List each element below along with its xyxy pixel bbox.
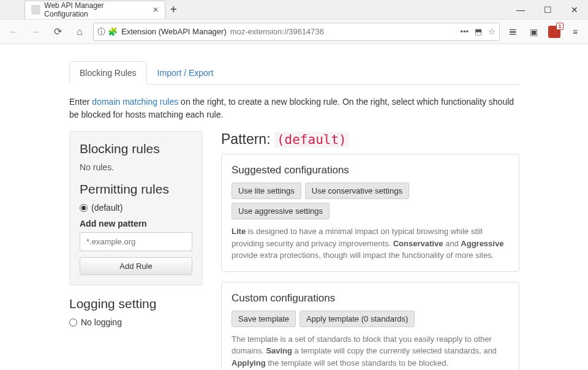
extension-label: Extension (WebAPI Manager) [121, 27, 227, 36]
back-button[interactable]: ← [5, 23, 22, 40]
tab-close-icon[interactable]: ✕ [153, 6, 159, 14]
extension-icon: 🧩 [108, 27, 118, 36]
tab-title: Web API Manager Configuration [44, 1, 145, 18]
radio-on-icon [80, 204, 88, 212]
logging-heading: Logging setting [69, 296, 203, 311]
intro-text: Enter domain matching rules on the right… [69, 96, 519, 121]
add-pattern-label: Add new pattern [80, 219, 192, 228]
no-logging-label: No logging [81, 317, 122, 327]
bookmark-star-icon[interactable]: ☆ [488, 27, 496, 36]
custom-description: The template is a set of standards to bl… [232, 333, 509, 369]
url-bar[interactable]: ⓘ 🧩 Extension (WebAPI Manager) moz-exten… [93, 23, 500, 41]
forward-button[interactable]: → [27, 23, 44, 40]
pattern-value: (default) [274, 132, 349, 148]
add-rule-button[interactable]: Add Rule [80, 257, 192, 275]
library-icon[interactable]: 𝌆 [505, 24, 521, 40]
tab-favicon [31, 5, 40, 15]
sidebar-icon[interactable]: ▣ [526, 24, 541, 40]
custom-config-card: Custom configurations Save template Appl… [221, 282, 519, 371]
page-actions-icon[interactable]: ••• [460, 27, 469, 36]
tab-import-export[interactable]: Import / Export [147, 61, 224, 85]
new-tab-button[interactable]: + [170, 3, 177, 16]
pattern-heading: Pattern: (default) [221, 131, 519, 148]
pattern-input[interactable] [80, 232, 192, 251]
use-lite-button[interactable]: Use lite settings [232, 183, 301, 199]
radio-off-icon [69, 319, 77, 327]
window-close-button[interactable]: ✕ [561, 1, 588, 19]
permitting-rules-heading: Permitting rules [80, 182, 192, 197]
home-button[interactable]: ⌂ [71, 23, 88, 40]
maximize-button[interactable]: ☐ [534, 1, 561, 19]
site-info-icon[interactable]: ⓘ [97, 26, 105, 37]
tab-blocking-rules[interactable]: Blocking Rules [69, 61, 147, 85]
no-logging-option[interactable]: No logging [69, 317, 203, 327]
content-area: Blocking Rules Import / Export Enter dom… [0, 44, 588, 370]
pocket-icon[interactable]: ⬒ [475, 27, 482, 36]
blocking-rules-heading: Blocking rules [80, 142, 192, 156]
custom-title: Custom configurations [232, 292, 509, 304]
window-titlebar: Web API Manager Configuration ✕ + — ☐ ✕ [0, 0, 588, 20]
default-label: (default) [91, 203, 123, 213]
logging-panel: Logging setting No logging [69, 296, 203, 327]
use-aggressive-button[interactable]: Use aggressive settings [232, 203, 330, 219]
browser-toolbar: ← → ⟳ ⌂ ⓘ 🧩 Extension (WebAPI Manager) m… [0, 20, 588, 44]
use-conservative-button[interactable]: Use conservative settings [305, 183, 409, 199]
suggested-config-card: Suggested configurations Use lite settin… [221, 154, 519, 272]
suggested-title: Suggested configurations [232, 164, 509, 176]
url-text: moz-extension://39614736 [230, 27, 456, 36]
reload-button[interactable]: ⟳ [49, 23, 66, 40]
no-rules-text: No rules. [80, 162, 192, 172]
tabs-nav: Blocking Rules Import / Export [69, 61, 519, 85]
ublock-icon[interactable]: 1 [546, 24, 562, 40]
domain-rules-link[interactable]: domain matching rules [92, 97, 178, 107]
rules-panel: Blocking rules No rules. Permitting rule… [69, 131, 203, 285]
default-rule-option[interactable]: (default) [80, 203, 192, 213]
minimize-button[interactable]: — [507, 1, 534, 19]
browser-tab[interactable]: Web API Manager Configuration ✕ [24, 1, 165, 19]
menu-icon[interactable]: ≡ [567, 24, 583, 40]
ublock-badge: 1 [556, 23, 564, 30]
suggested-description: Lite is designed to have a minimal impac… [232, 225, 509, 262]
apply-template-button[interactable]: Apply template (0 standards) [300, 311, 415, 327]
save-template-button[interactable]: Save template [232, 311, 296, 327]
